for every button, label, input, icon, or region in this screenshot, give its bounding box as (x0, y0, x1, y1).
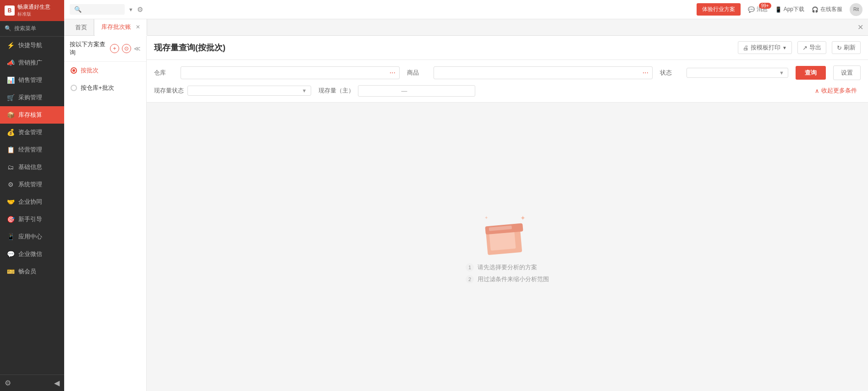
content-area: 按以下方案查询 + ⊙ ≪ 按批次 按仓库+批次 (64, 36, 868, 391)
settings-circle-icon: ⊙ (124, 45, 129, 52)
product-input[interactable] (438, 70, 643, 76)
filter-panel-title: 按以下方案查询 (70, 40, 110, 57)
warehouse-input[interactable] (185, 70, 390, 76)
tab-home[interactable]: 首页 (69, 19, 94, 36)
sidebar-item-label: 基础信息 (18, 163, 42, 171)
search-row-2: 现存量状态 ▼ 现存量（主） — (154, 85, 861, 97)
svg-rect-1 (489, 231, 516, 251)
messages-item[interactable]: 💬 消息 99+ (748, 5, 768, 13)
sidebar-search-label: 搜索菜单 (14, 25, 36, 33)
close-all-tabs-icon[interactable]: ✕ (857, 23, 863, 32)
collapse-button[interactable]: ∧ 收起更多条件 (811, 85, 861, 97)
warehouse-dots[interactable]: ··· (390, 69, 396, 77)
sidebar-item-inventory[interactable]: 📦 库存核算 (0, 106, 64, 124)
page-title: 现存量查询(按批次) (154, 42, 225, 53)
user-avatar[interactable]: Rit (850, 3, 863, 16)
sidebar-item-system[interactable]: ⚙ 系统管理 (0, 176, 64, 193)
marketing-icon: 📣 (6, 59, 15, 67)
collapse-up-icon: ∧ (815, 87, 819, 94)
sidebar-item-quick-nav[interactable]: ⚡ 快捷导航 (0, 37, 64, 54)
topbar-search-input[interactable] (84, 6, 112, 13)
member-icon: 🎫 (6, 267, 15, 276)
refresh-label: 刷新 (844, 43, 856, 52)
message-icon: 💬 (748, 6, 755, 13)
filter-collapse-icon[interactable]: ≪ (134, 45, 141, 52)
refresh-button[interactable]: ↻ 刷新 (832, 41, 861, 54)
print-template-button[interactable]: 🖨 按模板打印 ▼ (738, 41, 792, 54)
hint-1-number: 1 (466, 263, 474, 272)
range-separator: — (401, 87, 407, 94)
filter-settings-button[interactable]: ⊙ (122, 44, 131, 53)
filter-item-by-batch[interactable]: 按批次 (64, 62, 146, 79)
product-field: 商品 ··· (407, 66, 653, 79)
tab-inventory-batch-label: 库存批次账 (101, 23, 131, 31)
print-label: 按模板打印 (751, 43, 780, 52)
page-actions: 🖨 按模板打印 ▼ ↗ 导出 ↻ 刷新 (738, 41, 861, 54)
warehouse-field: 仓库 ··· (154, 66, 400, 79)
printer-icon: 🖨 (743, 44, 749, 51)
sidebar-settings-icon[interactable]: ⚙ (5, 379, 11, 387)
right-content: 现存量查询(按批次) 🖨 按模板打印 ▼ ↗ 导出 ↻ 刷新 (147, 36, 868, 391)
sidebar-item-enterprise[interactable]: 🤝 企业协同 (0, 193, 64, 211)
status-arrow-icon[interactable]: ▼ (779, 70, 784, 76)
sidebar-item-marketing[interactable]: 📣 营销推广 (0, 54, 64, 71)
filter-item-by-warehouse-batch[interactable]: 按仓库+批次 (64, 79, 146, 97)
sidebar-item-newbie[interactable]: 🎯 新手引导 (0, 211, 64, 228)
headset-icon: 🎧 (812, 6, 819, 13)
quick-nav-icon: ⚡ (6, 41, 15, 49)
topbar-dropdown-arrow[interactable]: ▼ (128, 7, 133, 12)
app-title: 畅康通好生意 (17, 4, 50, 11)
inventory-status-arrow: ▼ (302, 88, 307, 93)
search-settings-button[interactable]: 设置 (833, 65, 861, 80)
tab-close-icon[interactable]: ✕ (136, 24, 140, 30)
avatar-text: Rit (853, 7, 859, 12)
product-dots[interactable]: ··· (643, 69, 648, 77)
sidebar-item-label: 快捷导航 (18, 41, 42, 49)
sidebar-item-sales[interactable]: 📊 销售管理 (0, 71, 64, 89)
tabbar: 首页 库存批次账 ✕ ✕ (64, 19, 868, 36)
sidebar-item-app-center[interactable]: 📱 应用中心 (0, 228, 64, 245)
topbar-search-box[interactable]: 🔍 (70, 4, 125, 15)
warehouse-label: 仓库 (154, 69, 177, 77)
filter-item-label-warehouse-batch: 按仓库+批次 (81, 84, 114, 92)
enterprise-icon: 🤝 (6, 198, 15, 206)
inventory-status-label: 现存量状态 (154, 87, 184, 95)
sidebar-item-operations[interactable]: 📋 经营管理 (0, 141, 64, 158)
qty-range-input[interactable]: — (358, 85, 476, 97)
app-logo: B (5, 5, 15, 16)
inventory-status-select[interactable]: ▼ (187, 86, 311, 96)
export-button[interactable]: ↗ 导出 (797, 41, 826, 54)
status-select-wrap[interactable]: ▼ (687, 68, 788, 78)
topbar-search-icon: 🔍 (74, 6, 82, 13)
sidebar-item-finance[interactable]: 💰 资金管理 (0, 124, 64, 141)
sidebar-item-label: 畅会员 (18, 267, 36, 276)
sidebar-item-member[interactable]: 🎫 畅会员 (0, 263, 64, 280)
collapse-label: 收起更多条件 (821, 87, 857, 95)
qty-from-input[interactable] (362, 87, 399, 94)
query-button[interactable]: 查询 (796, 66, 826, 80)
topbar-gear-icon[interactable]: ⚙ (137, 5, 143, 14)
sidebar-item-purchase[interactable]: 🛒 采购管理 (0, 89, 64, 106)
app-download-item[interactable]: 📱 App下载 (775, 5, 804, 13)
qty-to-input[interactable] (410, 87, 447, 94)
online-service-item[interactable]: 🎧 在线客服 (812, 5, 842, 13)
sidebar-collapse-icon[interactable]: ◀ (54, 379, 60, 387)
experience-industry-button[interactable]: 体验行业方案 (697, 3, 741, 16)
product-input-wrap[interactable]: ··· (434, 66, 653, 79)
empty-illustration: ✦ ✦ (480, 210, 535, 256)
sidebar-item-wechat[interactable]: 💬 企业微信 (0, 245, 64, 263)
filter-add-button[interactable]: + (110, 44, 119, 53)
filter-panel: 按以下方案查询 + ⊙ ≪ 按批次 按仓库+批次 (64, 36, 147, 391)
sidebar-item-label: 应用中心 (18, 233, 42, 241)
sidebar-item-basic[interactable]: 🗂 基础信息 (0, 158, 64, 176)
purchase-icon: 🛒 (6, 93, 15, 102)
tab-inventory-batch[interactable]: 库存批次账 ✕ (95, 19, 147, 36)
basic-icon: 🗂 (6, 163, 15, 171)
search-icon: 🔍 (5, 25, 11, 32)
warehouse-input-wrap[interactable]: ··· (181, 66, 400, 79)
sidebar-search[interactable]: 🔍 搜索菜单 (0, 21, 64, 37)
sidebar-header: B 畅康通好生意 标准版 (0, 0, 64, 21)
operations-icon: 📋 (6, 146, 15, 154)
status-label: 状态 (660, 69, 683, 77)
empty-svg: ✦ ✦ (480, 210, 535, 256)
